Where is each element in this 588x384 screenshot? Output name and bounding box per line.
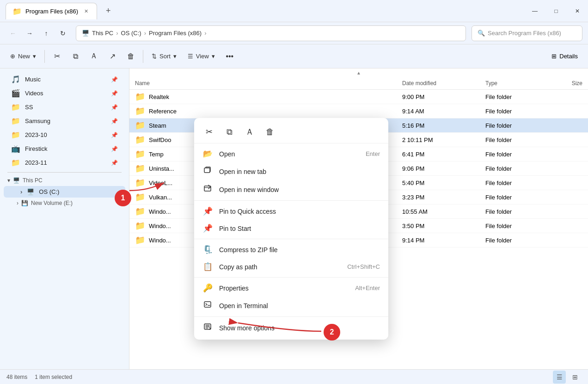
- status-bar: 48 items 1 item selected ☰ ⊞: [0, 369, 588, 384]
- selected-count: 1 item selected: [35, 374, 72, 380]
- window-controls: — □ ✕: [524, 0, 588, 22]
- expand-child-icon: ›: [20, 188, 22, 195]
- up-button[interactable]: ↑: [39, 26, 54, 41]
- sidebar-item-samsung[interactable]: 📁 Samsung 📌: [4, 114, 125, 128]
- ctx-sep-3: [194, 277, 388, 278]
- ctx-copy-path[interactable]: 📋 Copy as path Ctrl+Shift+C: [194, 258, 388, 275]
- expand-icon: ▾: [7, 177, 10, 184]
- ctx-copy-button[interactable]: ⧉: [220, 124, 239, 140]
- col-type-header[interactable]: Type: [485, 80, 545, 87]
- this-pc-icon: 🖥️: [13, 177, 20, 184]
- details-button[interactable]: ⊞ Details: [547, 50, 582, 62]
- context-menu: ✂ ⧉ Ａ 🗑 📂 Open Enter Open in new tab Ope…: [194, 118, 388, 340]
- ctx-show-more-options[interactable]: Show more options: [194, 319, 388, 337]
- sidebar-item-2023-11[interactable]: 📁 2023-11 📌: [4, 156, 125, 169]
- toolbar-sep-2: [143, 50, 143, 63]
- pin-icon: 📌: [111, 90, 118, 97]
- tab-title: Program Files (x86): [25, 8, 78, 15]
- sidebar-item-ss[interactable]: 📁 SS 📌: [4, 100, 125, 114]
- ctx-open-new-tab[interactable]: Open in new tab: [194, 162, 388, 180]
- view-button[interactable]: ☰ View ▾: [183, 50, 220, 62]
- toolbar: ⊕ New ▾ ✂ ⧉ Ａ ↗ 🗑 ⇅ Sort ▾ ☰ View ▾ ••• …: [0, 44, 588, 68]
- refresh-button[interactable]: ↻: [55, 26, 70, 41]
- folder-ss-icon: 📁: [11, 103, 20, 111]
- items-count: 48 items: [6, 374, 27, 380]
- minimize-button[interactable]: —: [524, 0, 545, 22]
- tab-close-button[interactable]: ✕: [82, 7, 90, 15]
- scroll-up-indicator[interactable]: ▲: [129, 68, 588, 77]
- ctx-delete-button[interactable]: 🗑: [261, 124, 279, 140]
- ctx-open[interactable]: 📂 Open Enter: [194, 145, 388, 162]
- toolbar-sep-1: [44, 50, 45, 63]
- ctx-pin-start[interactable]: 📌 Pin to Start: [194, 220, 388, 237]
- pin-start-icon: 📌: [202, 223, 213, 233]
- breadcrumb-this-pc[interactable]: This PC: [92, 30, 113, 37]
- sidebar-item-music[interactable]: 🎵 Music 📌: [4, 73, 125, 86]
- cut-button[interactable]: ✂: [49, 48, 65, 65]
- folder-icon: 📁: [135, 149, 145, 159]
- ctx-rename-button[interactable]: Ａ: [240, 124, 259, 140]
- folder-icon: 📁: [135, 92, 145, 102]
- col-name-header[interactable]: Name: [135, 80, 402, 87]
- search-bar[interactable]: 🔍 Search Program Files (x86): [472, 25, 582, 41]
- pin-icon: 📌: [111, 160, 118, 166]
- folder-2023-10-icon: 📁: [11, 130, 20, 139]
- expand-vol-icon: ›: [17, 200, 18, 206]
- details-icon: ⊞: [551, 53, 557, 60]
- address-bar[interactable]: 🖥️ This PC › OS (C:) › Program Files (x8…: [76, 25, 466, 41]
- sort-button[interactable]: ⇅ Sort ▾: [147, 50, 181, 62]
- folder-icon: 📁: [135, 135, 145, 145]
- list-view-button[interactable]: ☰: [553, 371, 566, 384]
- new-button[interactable]: ⊕ New ▾: [6, 50, 41, 62]
- back-button[interactable]: ←: [6, 26, 20, 41]
- ctx-properties[interactable]: 🔑 Properties Alt+Enter: [194, 279, 388, 297]
- videos-icon: 🎬: [11, 89, 20, 98]
- folder-2023-11-icon: 📁: [11, 158, 20, 167]
- view-mode-controls: ☰ ⊞: [553, 371, 582, 384]
- sidebar-new-volume[interactable]: › 💾 New Volume (E:): [0, 198, 129, 208]
- search-icon: 🔍: [478, 30, 485, 37]
- new-tab-button[interactable]: +: [101, 4, 116, 19]
- open-new-window-icon: [202, 184, 213, 195]
- new-volume-icon: 💾: [21, 200, 28, 206]
- copy-button[interactable]: ⧉: [67, 48, 84, 65]
- sidebar-item-firestick[interactable]: 📺 Firestick 📌: [4, 142, 125, 155]
- ctx-cut-button[interactable]: ✂: [200, 124, 218, 140]
- tab-program-files[interactable]: 📁 Program Files (x86) ✕: [6, 3, 97, 19]
- breadcrumb-program-files[interactable]: Program Files (x86): [149, 30, 202, 37]
- sidebar-this-pc[interactable]: ▾ 🖥️ This PC: [0, 175, 129, 186]
- table-row[interactable]: 📁 Reference 9:14 AM File folder: [129, 104, 588, 118]
- breadcrumb-os-c[interactable]: OS (C:): [121, 30, 141, 37]
- share-button[interactable]: ↗: [104, 48, 121, 65]
- more-options-button[interactable]: •••: [221, 48, 238, 65]
- folder-icon: 📁: [135, 120, 145, 130]
- ctx-pin-quick-access[interactable]: 📌 Pin to Quick access: [194, 203, 388, 220]
- folder-icon: 📁: [12, 7, 22, 16]
- close-button[interactable]: ✕: [567, 0, 588, 22]
- maximize-button[interactable]: □: [545, 0, 567, 22]
- sidebar-item-2023-10[interactable]: 📁 2023-10 📌: [4, 128, 125, 142]
- rename-button[interactable]: Ａ: [86, 48, 102, 65]
- col-size-header[interactable]: Size: [545, 80, 582, 87]
- show-more-icon: [202, 322, 213, 333]
- ctx-sep-2: [194, 239, 388, 239]
- ctx-compress-zip[interactable]: 🗜️ Compress to ZIP file: [194, 241, 388, 258]
- table-row[interactable]: 📁 Realtek 9:00 PM File folder: [129, 90, 588, 104]
- ctx-open-terminal[interactable]: Open in Terminal: [194, 297, 388, 315]
- sidebar-item-videos[interactable]: 🎬 Videos 📌: [4, 87, 125, 100]
- os-c-icon: 🖥️: [27, 188, 34, 195]
- pin-icon: 📌: [111, 146, 118, 152]
- new-icon: ⊕: [10, 53, 15, 60]
- grid-view-button[interactable]: ⊞: [569, 371, 582, 384]
- file-list-header: Name Date modified Type Size: [129, 77, 588, 90]
- title-bar: 📁 Program Files (x86) ✕ + — □ ✕: [0, 0, 588, 22]
- view-chevron-icon: ▾: [212, 53, 215, 60]
- pin-icon: 📌: [111, 118, 118, 124]
- pin-icon: 📌: [111, 76, 118, 83]
- folder-icon: 📁: [135, 235, 145, 245]
- sidebar-item-os-c[interactable]: › 🖥️ OS (C:): [4, 186, 125, 198]
- ctx-open-new-window[interactable]: Open in new window: [194, 180, 388, 198]
- delete-button[interactable]: 🗑: [122, 48, 139, 65]
- forward-button[interactable]: →: [22, 26, 37, 41]
- col-date-header[interactable]: Date modified: [402, 80, 485, 87]
